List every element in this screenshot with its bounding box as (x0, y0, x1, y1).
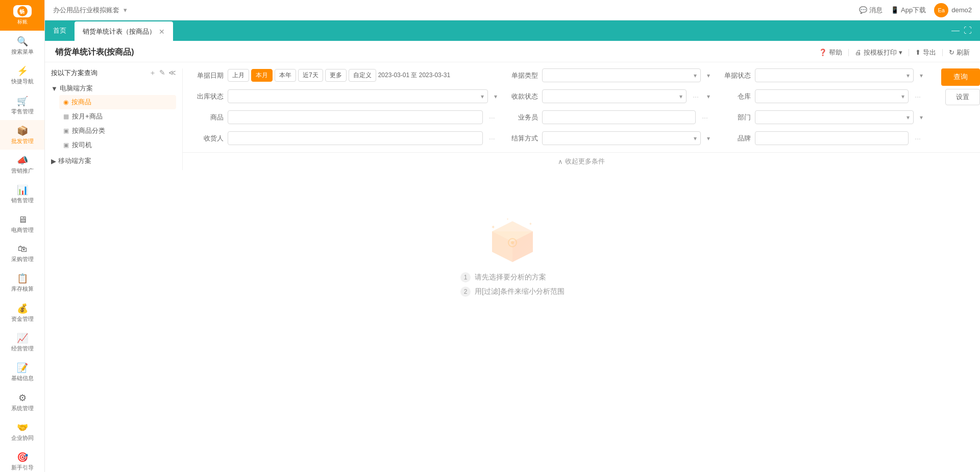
stock-status-select-wrapper: 已出库 (228, 89, 488, 103)
date-btn-this-year[interactable]: 本年 (275, 69, 296, 82)
query-button[interactable]: 查询 (941, 68, 980, 86)
user-area[interactable]: Ea demo2 (934, 3, 972, 17)
sidebar-item-label: 电商管理 (11, 226, 34, 233)
sidebar-item-ecommerce[interactable]: 🖥 电商管理 (0, 209, 44, 239)
warehouse-input[interactable] (755, 89, 909, 103)
goods-input[interactable] (228, 110, 483, 124)
tab-stats[interactable]: 销货单统计表（按商品） ✕ (75, 21, 173, 42)
date-btn-7days[interactable]: 近7天 (298, 69, 323, 82)
radio-active-icon: ◉ (63, 99, 68, 106)
goods-ellipsis-icon[interactable]: ··· (487, 111, 497, 124)
print-dropdown-icon[interactable]: ▾ (899, 49, 902, 56)
messages-button[interactable]: 💬 消息 (859, 6, 883, 15)
collapse-bar[interactable]: ∧ 收起更多条件 (183, 152, 980, 170)
sidebar-item-purchase[interactable]: 🛍 采购管理 (0, 239, 44, 268)
settlement-label: 结算方式 (507, 134, 538, 143)
sidebar-item-operations[interactable]: 📈 经营管理 (0, 327, 44, 357)
filter-scheme-panel: 按以下方案查询 ＋ ✎ ≪ ▼ 电脑端方案 (45, 68, 183, 170)
scheme-by-goods-category[interactable]: ▣ 按商品分类 (59, 124, 176, 138)
payment-status-dropdown-icon[interactable]: ▾ (707, 93, 710, 100)
svg-text:✦: ✦ (491, 224, 495, 230)
tab-expand-area: — ⛶ (951, 26, 980, 35)
refresh-button[interactable]: ↻ 刷新 (949, 48, 970, 57)
help-button[interactable]: ❓ 帮助 (819, 48, 842, 57)
divider3 (942, 49, 943, 56)
scheme-by-month-goods[interactable]: ▦ 按月+商品 (59, 109, 176, 124)
sidebar-item-guide[interactable]: 🎯 新手引导 (0, 446, 44, 472)
guide-icon: 🎯 (17, 452, 28, 463)
date-label: 单据日期 (193, 71, 224, 80)
export-icon: ⬆ (915, 49, 921, 56)
doc-status-label: 单据状态 (720, 71, 751, 80)
tab-minimize-button[interactable]: — (951, 26, 960, 35)
sidebar-item-label: 库存核算 (11, 285, 34, 292)
settlement-input[interactable] (542, 131, 701, 145)
ecommerce-icon: 🖥 (18, 215, 27, 225)
settlement-dropdown-icon[interactable]: ▾ (707, 135, 710, 142)
empty-illustration: ✦ ✦ ✦ (482, 211, 543, 262)
sidebar-item-wholesale[interactable]: 📦 批发管理 (0, 120, 44, 150)
top-header: 办公用品行业模拟账套 ▾ 💬 消息 📱 App下载 Ea demo2 (45, 0, 980, 20)
sidebar-item-search[interactable]: 🔍 搜索菜单 (0, 31, 44, 60)
sidebar-item-quicknav[interactable]: ⚡ 快捷导航 (0, 60, 44, 90)
system-icon: ⚙ (18, 392, 27, 404)
date-btn-more[interactable]: 更多 (325, 69, 347, 82)
doc-type-input[interactable]: 销货单 (542, 68, 701, 82)
stock-status-input[interactable]: 已出库 (228, 89, 488, 103)
settings-button[interactable]: 设置 (945, 89, 980, 105)
add-scheme-icon[interactable]: ＋ (149, 68, 156, 78)
stock-status-dropdown-icon[interactable]: ▾ (494, 93, 497, 100)
sidebar-item-basic[interactable]: 📝 基础信息 (0, 357, 44, 387)
finance-icon: 💰 (17, 303, 28, 314)
collapse-scheme-icon[interactable]: ≪ (168, 68, 176, 78)
logo-text: 标账 (17, 18, 28, 26)
tab-maximize-button[interactable]: ⛶ (964, 26, 972, 35)
date-btn-custom[interactable]: 自定义 (349, 69, 376, 82)
department-dropdown-icon[interactable]: ▾ (920, 114, 923, 121)
department-input[interactable] (755, 110, 914, 124)
payment-status-input[interactable] (542, 89, 687, 103)
sidebar-item-finance[interactable]: 💰 资金管理 (0, 298, 44, 327)
tip1-number: 1 (460, 272, 471, 282)
payment-status-ellipsis-icon[interactable]: ··· (691, 90, 701, 103)
scheme-by-clerk[interactable]: ▣ 按司机 (59, 138, 176, 152)
logo-area: 畅 标账 (0, 0, 44, 31)
divider (848, 49, 849, 56)
doc-type-dropdown-icon[interactable]: ▾ (707, 72, 710, 79)
arrow-right-icon: ▶ (51, 157, 56, 165)
desktop-scheme-parent[interactable]: ▼ 电脑端方案 (51, 82, 176, 95)
doc-status-input[interactable]: 已生效 (755, 68, 914, 82)
date-btn-last-month[interactable]: 上月 (228, 69, 249, 82)
salesperson-input[interactable] (542, 110, 696, 124)
chevron-down-icon[interactable]: ▾ (124, 6, 127, 14)
date-btn-this-month[interactable]: 本月 (251, 69, 273, 82)
doc-status-dropdown-icon[interactable]: ▾ (920, 72, 923, 79)
consignee-ellipsis-icon[interactable]: ··· (487, 132, 497, 145)
tab-home[interactable]: 首页 (45, 20, 75, 41)
payment-status-wrapper (542, 89, 687, 103)
tab-close-icon[interactable]: ✕ (159, 28, 165, 36)
salesperson-ellipsis-icon[interactable]: ··· (700, 111, 710, 124)
consignee-input[interactable] (228, 131, 483, 145)
warehouse-ellipsis-icon[interactable]: ··· (913, 90, 923, 103)
doc-type-label: 单据类型 (507, 71, 538, 80)
desktop-scheme-children: ◉ 按商品 ▦ 按月+商品 ▣ 按商品分类 (51, 95, 176, 152)
tab-bar: 首页 销货单统计表（按商品） ✕ — ⛶ (45, 20, 980, 41)
sidebar-item-system[interactable]: ⚙ 系统管理 (0, 387, 44, 417)
date-shortcuts: 上月 本月 本年 近7天 更多 自定义 (228, 69, 376, 82)
filter-row-1: 单据日期 上月 本月 本年 近7天 更多 自定义 (193, 68, 923, 82)
print-button[interactable]: 🖨 按模板打印 ▾ (855, 48, 902, 57)
scheme-by-goods[interactable]: ◉ 按商品 (59, 95, 176, 109)
sidebar-item-sales[interactable]: 📊 销售管理 (0, 179, 44, 209)
sidebar-item-retail[interactable]: 🛒 零售管理 (0, 90, 44, 120)
doc-status-select-wrapper: 已生效 (755, 68, 914, 82)
brand-ellipsis-icon[interactable]: ··· (913, 132, 923, 145)
export-button[interactable]: ⬆ 导出 (915, 48, 936, 57)
brand-input[interactable] (755, 131, 909, 145)
sidebar-item-marketing[interactable]: 📣 营销推广 (0, 150, 44, 179)
mobile-scheme[interactable]: ▶ 移动端方案 (51, 152, 176, 170)
sidebar-item-inventory[interactable]: 📋 库存核算 (0, 268, 44, 297)
app-download-button[interactable]: 📱 App下载 (891, 6, 926, 15)
edit-scheme-icon[interactable]: ✎ (159, 68, 165, 78)
sidebar-item-enterprise[interactable]: 🤝 企业协同 (0, 417, 44, 446)
